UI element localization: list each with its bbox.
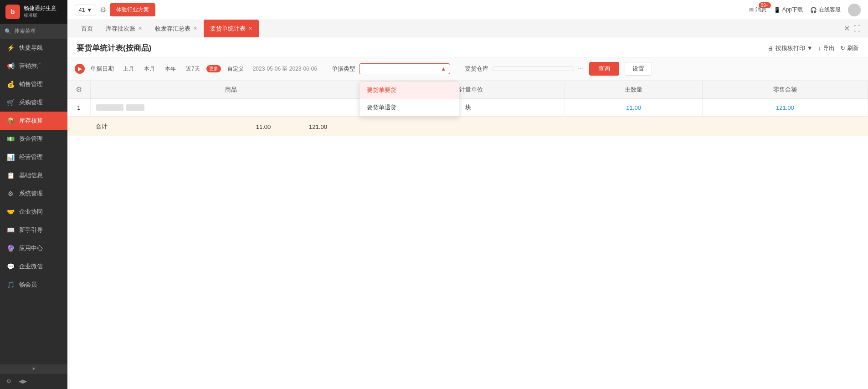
date-btn-this-year[interactable]: 本年 — [161, 64, 180, 74]
row-quantity[interactable]: 11.00 — [565, 99, 703, 117]
tabbar-actions: ✕ ⛶ — [844, 24, 861, 33]
sidebar-item-label: 营销推广 — [19, 62, 43, 70]
expand-icon[interactable]: ⛶ — [853, 25, 861, 33]
sidebar-item-label: 畅会员 — [19, 281, 37, 289]
page-header: 要货单统计表(按商品) 🖨 按模板打印 ▼ ↓ 导出 ↻ 刷新 — [67, 37, 868, 57]
sidebar-item-label: 应用中心 — [19, 244, 43, 252]
tab-close-icon[interactable]: ✕ — [138, 26, 142, 31]
tab-home[interactable]: 首页 — [75, 20, 99, 38]
sidebar-item-purchase[interactable]: 🛒 采购管理 — [0, 93, 67, 112]
tab-receive-summary-label: 收发存汇总表 — [155, 25, 190, 33]
footer-amount: 121.00 — [291, 123, 345, 130]
date-filter-label: 单据日期 — [90, 65, 114, 73]
sidebar-item-basic-info[interactable]: 📋 基础信息 — [0, 166, 67, 184]
cooperation-icon: 🤝 — [6, 208, 15, 215]
messages-button[interactable]: ✉ 消息 99+ — [749, 6, 766, 14]
date-btn-custom[interactable]: 自定义 — [224, 64, 247, 74]
sidebar-scroll-down[interactable]: ▼ — [0, 364, 67, 373]
service-icon: 🎧 — [810, 7, 817, 13]
sidebar-item-sales[interactable]: 💰 销售管理 — [0, 75, 67, 93]
table-wrap: ⚙ 商品 主计量单位 主数量 零售金额 1 — [67, 81, 868, 117]
sidebar-settings-icon[interactable]: ⚙ — [6, 378, 11, 384]
table-row: 1 块 11.00 121.00 — [67, 99, 868, 117]
refresh-label: 刷新 — [847, 44, 859, 52]
filter-more-icon[interactable]: ··· — [578, 65, 584, 73]
topbar-gear-icon[interactable]: ⚙ — [100, 5, 106, 14]
row-amount[interactable]: 121.00 — [702, 99, 868, 117]
sidebar-item-label: 企业协同 — [19, 208, 43, 216]
sidebar-item-inventory[interactable]: 📦 库存核算 — [0, 112, 67, 130]
sidebar-footer: ⚙ ◀▶ — [0, 373, 67, 389]
sidebar-item-label: 资金管理 — [19, 135, 43, 143]
company-selector[interactable]: 41 ▼ — [75, 5, 96, 15]
sidebar-item-label: 销售管理 — [19, 80, 43, 88]
app-download-button[interactable]: 📱 App下载 — [774, 6, 803, 14]
sidebar-collapse-icon[interactable]: ◀▶ — [19, 378, 27, 384]
search-icon: 🔍 — [5, 28, 11, 35]
tab-receive-summary[interactable]: 收发存汇总表 ✕ — [149, 20, 204, 38]
dropdown-item-return[interactable]: 要货单退货 — [360, 99, 459, 116]
col-settings: ⚙ — [67, 81, 90, 99]
refresh-button[interactable]: ↻ 刷新 — [840, 44, 859, 52]
chevron-down-icon: ▼ — [87, 7, 92, 13]
date-more-badge[interactable]: 更多 — [206, 65, 221, 72]
print-label: 按模板打印 — [776, 44, 805, 52]
row-product — [90, 99, 372, 117]
sidebar-item-app-center[interactable]: 🔮 应用中心 — [0, 239, 67, 257]
sidebar-search[interactable]: 🔍 搜索菜单 — [0, 24, 67, 39]
date-range-display: 2023-05-06 至 2023-06-06 — [253, 65, 317, 73]
system-icon: ⚙ — [6, 190, 15, 197]
sidebar-item-management[interactable]: 📊 经营管理 — [0, 148, 67, 166]
tab-order-stats-label: 要货单统计表 — [210, 25, 246, 33]
col-amount: 零售金额 — [702, 81, 868, 99]
tab-close-icon[interactable]: ✕ — [193, 26, 197, 31]
sidebar-item-wechat[interactable]: 💬 企业微信 — [0, 257, 67, 276]
tab-close-icon[interactable]: ✕ — [248, 26, 252, 31]
date-btn-this-month[interactable]: 本月 — [140, 64, 159, 74]
set-button[interactable]: 设置 — [625, 62, 652, 76]
print-button[interactable]: 🖨 按模板打印 ▼ — [768, 44, 813, 52]
tab-order-stats[interactable]: 要货单统计表 ✕ — [204, 20, 259, 38]
type-filter-wrap: 单据类型 ▲ — [332, 63, 450, 74]
product-name-placeholder — [96, 104, 123, 111]
sidebar-item-system[interactable]: ⚙ 系统管理 — [0, 184, 67, 203]
date-btn-7days[interactable]: 近7天 — [182, 64, 204, 74]
management-icon: 📊 — [6, 154, 15, 161]
sidebar-item-label: 快捷导航 — [19, 44, 43, 52]
export-button[interactable]: ↓ 导出 — [818, 44, 835, 52]
date-btn-last-month[interactable]: 上月 — [119, 64, 138, 74]
sidebar-item-member[interactable]: 🎵 畅会员 — [0, 276, 67, 294]
data-table: ⚙ 商品 主计量单位 主数量 零售金额 1 — [67, 81, 868, 117]
refresh-icon: ↻ — [840, 45, 845, 51]
type-filter-input[interactable]: ▲ — [359, 63, 450, 74]
online-service-label: 在线客服 — [819, 6, 841, 14]
query-button[interactable]: 查询 — [589, 62, 619, 76]
messages-badge: 99+ — [759, 2, 771, 8]
user-avatar[interactable] — [848, 4, 861, 16]
sidebar-item-label: 经营管理 — [19, 153, 43, 161]
sidebar-item-marketing[interactable]: 📢 营销推广 — [0, 57, 67, 75]
warehouse-filter-wrap: 要货仓库 ··· — [465, 65, 584, 73]
close-all-icon[interactable]: ✕ — [844, 24, 850, 33]
sidebar-item-guide[interactable]: 📖 新手引导 — [0, 221, 67, 239]
page-title: 要货单统计表(按商品) — [77, 43, 151, 53]
sidebar-item-finance[interactable]: 💵 资金管理 — [0, 130, 67, 148]
app-logo-icon: b — [5, 5, 20, 19]
online-service-button[interactable]: 🎧 在线客服 — [810, 6, 841, 14]
warehouse-filter-input[interactable] — [492, 67, 574, 71]
table-footer: 合计 11.00 121.00 — [67, 117, 868, 136]
tab-inventory-batch[interactable]: 库存批次账 ✕ — [99, 20, 149, 38]
trial-button[interactable]: 体验行业方案 — [110, 3, 155, 16]
company-number: 41 — [79, 7, 85, 13]
product-code-placeholder — [126, 104, 144, 111]
dropdown-item-order[interactable]: 要货单要货 — [360, 82, 459, 99]
warehouse-filter-label: 要货仓库 — [465, 65, 488, 73]
export-icon: ↓ — [818, 45, 822, 51]
table-settings-icon[interactable]: ⚙ — [76, 86, 82, 93]
sidebar-item-quick-nav[interactable]: ⚡ 快捷导航 — [0, 39, 67, 57]
marketing-icon: 📢 — [6, 62, 15, 70]
purchase-icon: 🛒 — [6, 99, 15, 106]
basic-info-icon: 📋 — [6, 172, 15, 179]
filter-toggle-button[interactable]: ▶ — [75, 64, 85, 74]
sidebar-item-cooperation[interactable]: 🤝 企业协同 — [0, 203, 67, 221]
